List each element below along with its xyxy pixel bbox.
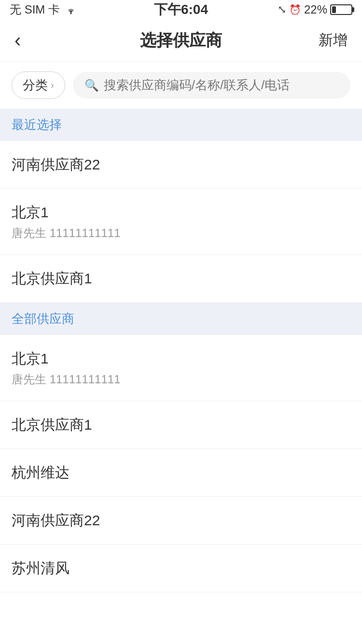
all-section-label: 全部供应商 bbox=[12, 311, 74, 326]
carrier-text: 无 SIM 卡 bbox=[10, 2, 60, 17]
recent-section-label: 最近选择 bbox=[12, 117, 62, 132]
item-name: 河南供应商22 bbox=[12, 154, 350, 175]
item-name: 北京1 bbox=[12, 202, 350, 223]
item-name: 北京供应商1 bbox=[12, 268, 350, 289]
all-section-header: 全部供应商 bbox=[0, 303, 362, 335]
location-icon: ⤡ bbox=[278, 3, 286, 16]
status-carrier: 无 SIM 卡 bbox=[10, 2, 78, 17]
list-item[interactable]: 北京供应商1 bbox=[0, 255, 362, 303]
chevron-right-icon: › bbox=[51, 80, 54, 91]
item-name: 北京1 bbox=[12, 349, 350, 369]
page-title: 选择供应商 bbox=[140, 29, 222, 52]
category-button[interactable]: 分类 › bbox=[12, 71, 65, 99]
svg-point-0 bbox=[70, 13, 72, 14]
recent-list: 河南供应商22北京1唐先生 11111111111北京供应商1 bbox=[0, 141, 362, 303]
list-item[interactable]: 北京1唐先生 11111111111 bbox=[0, 189, 362, 255]
recent-section-header: 最近选择 bbox=[0, 109, 362, 141]
add-button[interactable]: 新增 bbox=[319, 30, 348, 50]
all-list: 北京1唐先生 11111111111北京供应商1杭州维达河南供应商22苏州清风 bbox=[0, 335, 362, 592]
category-label: 分类 bbox=[23, 77, 48, 94]
alarm-icon: ⏰ bbox=[289, 4, 301, 15]
search-wrapper[interactable]: 🔍 bbox=[73, 72, 350, 98]
item-name: 河南供应商22 bbox=[12, 510, 350, 531]
list-item[interactable]: 河南供应商22 bbox=[0, 497, 362, 545]
status-bar: 无 SIM 卡 下午6:04 ⤡ ⏰ 22% bbox=[0, 0, 362, 19]
back-button[interactable]: ‹ bbox=[14, 29, 43, 51]
item-name: 北京供应商1 bbox=[12, 415, 350, 435]
battery-icon bbox=[330, 4, 352, 15]
status-right: ⤡ ⏰ 22% bbox=[278, 3, 352, 16]
item-name: 杭州维达 bbox=[12, 462, 350, 483]
list-item[interactable]: 北京供应商1 bbox=[0, 401, 362, 449]
battery-fill bbox=[332, 6, 336, 13]
wifi-icon bbox=[64, 4, 78, 15]
list-item[interactable]: 杭州维达 bbox=[0, 449, 362, 497]
list-item[interactable]: 苏州清风 bbox=[0, 545, 362, 592]
item-sub: 唐先生 11111111111 bbox=[12, 372, 350, 387]
list-item[interactable]: 河南供应商22 bbox=[0, 141, 362, 189]
search-bar: 分类 › 🔍 bbox=[0, 62, 362, 109]
search-input[interactable] bbox=[104, 78, 339, 93]
nav-bar: ‹ 选择供应商 新增 bbox=[0, 19, 362, 62]
battery-text: 22% bbox=[304, 3, 327, 16]
item-sub: 唐先生 11111111111 bbox=[12, 225, 350, 241]
search-icon: 🔍 bbox=[84, 79, 99, 92]
item-name: 苏州清风 bbox=[12, 558, 350, 578]
list-item[interactable]: 北京1唐先生 11111111111 bbox=[0, 335, 362, 401]
status-time: 下午6:04 bbox=[154, 0, 208, 19]
